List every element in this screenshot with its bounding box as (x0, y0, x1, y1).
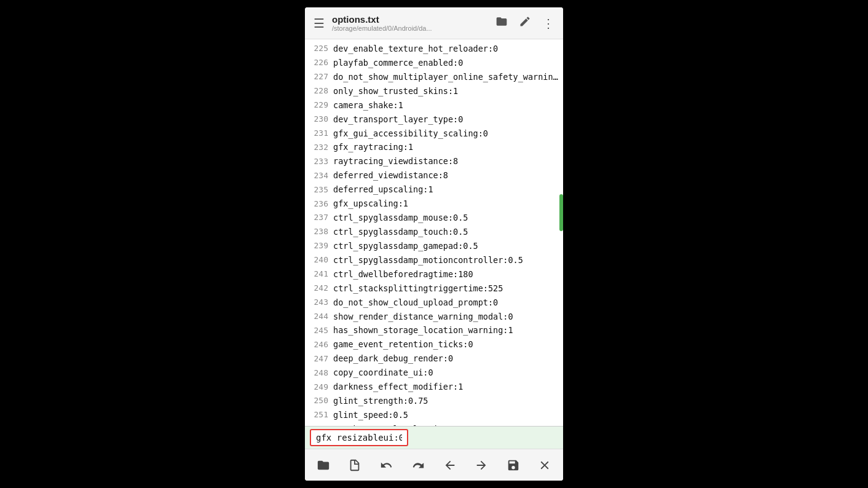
editor-window: ☰ options.txt /storage/emulated/0/Androi… (305, 7, 563, 481)
line-item: 229camera_shake:1 (305, 98, 563, 112)
line-number: 247 (310, 353, 328, 365)
line-item: 246game_event_retention_ticks:0 (305, 337, 563, 352)
line-item: 232gfx_raytracing:1 (305, 140, 563, 154)
line-content: ctrl_stacksplittingtriggertime:525 (333, 282, 503, 295)
content-area: 225dev_enable_texture_hot_reloader:0226p… (305, 39, 563, 426)
line-item: 241ctrl_dwellbeforedragtime:180 (305, 267, 563, 281)
line-number: 241 (310, 268, 328, 280)
close-icon (538, 458, 551, 472)
line-content: raytracing_viewdistance:8 (333, 155, 458, 168)
line-content: copy_coordinate_ui:0 (333, 366, 433, 379)
line-content: game_event_retention_ticks:0 (333, 338, 473, 351)
line-content: do_not_show_cloud_upload_prompt:0 (333, 296, 498, 309)
line-content: do_not_show_multiplayer_online_safety_wa… (333, 71, 558, 84)
line-number: 246 (310, 339, 328, 351)
line-content: gfx_gui_accessibility_scaling:0 (333, 127, 488, 140)
line-number: 233 (310, 155, 328, 168)
line-content: playfab_commerce_enabled:0 (333, 57, 463, 69)
line-content: show_render_distance_warning_modal:0 (333, 310, 513, 323)
more-button[interactable]: ⋮ (541, 15, 556, 32)
line-number: 249 (310, 381, 328, 393)
line-number: 237 (310, 211, 328, 224)
edit-button[interactable] (518, 14, 532, 32)
folder-icon (495, 15, 508, 28)
line-number: 235 (310, 184, 328, 196)
line-item: 242ctrl_stacksplittingtriggertime:525 (305, 281, 563, 296)
line-content: ctrl_spyglassdamp_touch:0.5 (333, 226, 468, 238)
line-item: 230dev_transport_layer_type:0 (305, 112, 563, 127)
line-content: gfx_upscaling:1 (333, 197, 408, 210)
line-item: 248copy_coordinate_ui:0 (305, 366, 563, 380)
line-content: ctrl_spyglassdamp_mouse:0.5 (333, 211, 468, 224)
line-number: 239 (310, 240, 328, 252)
forward-button[interactable] (470, 456, 493, 474)
redo-button[interactable] (406, 456, 430, 474)
line-content: glint_speed:0.5 (333, 409, 408, 422)
line-content: deep_dark_debug_render:0 (333, 352, 453, 365)
line-item: 240ctrl_spyglassdamp_motioncontroller:0.… (305, 253, 563, 267)
line-content: deferred_upscaling:1 (333, 183, 433, 196)
line-number: 229 (310, 99, 328, 111)
titlebar-icons: ⋮ (494, 14, 556, 32)
line-number: 230 (310, 113, 328, 125)
line-item: 251glint_speed:0.5 (305, 408, 563, 422)
file-title: options.txt (332, 14, 432, 25)
toolbar-file-button[interactable] (343, 456, 366, 474)
close-button[interactable] (533, 456, 556, 474)
toolbar-file-icon (348, 458, 361, 472)
redo-icon (411, 458, 425, 472)
pencil-icon (519, 15, 531, 28)
folder-button[interactable] (494, 14, 509, 32)
line-number: 232 (310, 141, 328, 154)
search-box-container (305, 426, 563, 449)
titlebar-info: options.txt /storage/emulated/0/Android/… (332, 14, 432, 32)
forward-arrow-icon (475, 458, 488, 472)
menu-button[interactable]: ☰ (312, 15, 326, 32)
save-button[interactable] (502, 456, 525, 474)
line-number: 225 (310, 42, 328, 55)
line-content: camera_shake:1 (333, 99, 403, 112)
line-item: 236gfx_upscaling:1 (305, 197, 563, 211)
line-item: 249darkness_effect_modifier:1 (305, 380, 563, 394)
line-item: 225dev_enable_texture_hot_reloader:0 (305, 42, 563, 56)
line-content: ctrl_dwellbeforedragtime:180 (333, 268, 473, 281)
line-number: 244 (310, 310, 328, 323)
titlebar: ☰ options.txt /storage/emulated/0/Androi… (305, 7, 563, 39)
line-content: ctrl_spyglassdamp_gamepad:0.5 (333, 240, 478, 253)
line-item: 234deferred_viewdistance:8 (305, 168, 563, 183)
line-number: 240 (310, 254, 328, 266)
line-item: 233raytracing_viewdistance:8 (305, 154, 563, 168)
line-item: 243do_not_show_cloud_upload_prompt:0 (305, 296, 563, 310)
undo-icon (380, 458, 393, 472)
line-content: dev_transport_layer_type:0 (333, 113, 463, 126)
save-icon (507, 458, 520, 472)
toolbar-folder-button[interactable] (312, 456, 335, 474)
line-number: 227 (310, 71, 328, 83)
line-number: 238 (310, 226, 328, 238)
line-content: has_shown_storage_location_warning:1 (333, 324, 513, 337)
line-item: 227do_not_show_multiplayer_online_safety… (305, 70, 563, 84)
file-path: /storage/emulated/0/Android/da... (332, 25, 432, 32)
line-number: 245 (310, 325, 328, 337)
line-number: 251 (310, 409, 328, 421)
line-item: 239ctrl_spyglassdamp_gamepad:0.5 (305, 239, 563, 253)
undo-button[interactable] (375, 456, 398, 474)
back-arrow-icon (443, 458, 457, 472)
line-number: 250 (310, 395, 328, 407)
line-number: 248 (310, 367, 328, 379)
titlebar-left: ☰ options.txt /storage/emulated/0/Androi… (312, 14, 432, 32)
line-content: ctrl_spyglassdamp_motioncontroller:0.5 (333, 254, 523, 267)
line-number: 228 (310, 85, 328, 97)
line-number: 234 (310, 170, 328, 182)
search-input[interactable] (310, 429, 408, 446)
scrollbar[interactable] (559, 194, 563, 231)
line-number: 231 (310, 127, 328, 140)
line-item: 231gfx_gui_accessibility_scaling:0 (305, 127, 563, 141)
back-button[interactable] (438, 456, 462, 474)
line-content: dev_enable_texture_hot_reloader:0 (333, 42, 498, 55)
line-content: darkness_effect_modifier:1 (333, 380, 463, 393)
line-item: 244show_render_distance_warning_modal:0 (305, 310, 563, 324)
line-content: only_show_trusted_skins:1 (333, 85, 458, 98)
line-item: 238ctrl_spyglassdamp_touch:0.5 (305, 225, 563, 239)
line-item: 237ctrl_spyglassdamp_mouse:0.5 (305, 211, 563, 225)
